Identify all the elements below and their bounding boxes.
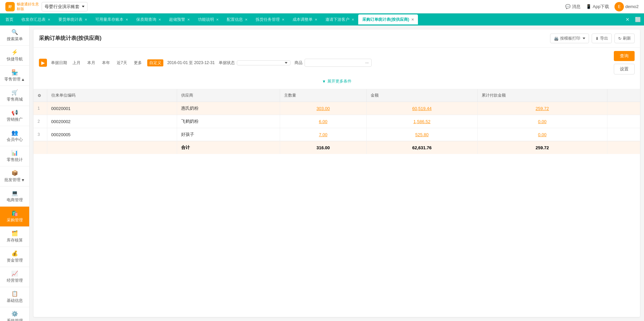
tab-shoufacun[interactable]: 收发存汇总表 ✕ (17, 14, 54, 24)
top-bar-right: 💬 消息 📱 App下载 E demo2 (565, 2, 639, 11)
export-button[interactable]: ⬇ 导出 (592, 34, 612, 43)
row-supplier: 惠氏奶粉 (177, 102, 280, 115)
sidebar-item-wholesale[interactable]: 📦 批发管理 ▼ (0, 166, 29, 186)
tab-home[interactable]: 首页 (1, 14, 17, 24)
search-button[interactable]: 查询 (614, 51, 635, 61)
sidebar-item-ecommerce[interactable]: 💻 电商管理 (0, 186, 29, 207)
table-row: 3 00020005 好孩子 7.00 525.80 0.00 (34, 128, 640, 141)
sidebar-item-retail-stats[interactable]: 📊 零售统计 (0, 146, 29, 166)
filter-toggle-button[interactable]: ▶ (39, 59, 47, 67)
settings-button[interactable]: 设置 (614, 64, 635, 74)
tab-keyongliang[interactable]: 可用量库存账本 ✕ (91, 14, 132, 24)
th-paid: 累计付款金额 (477, 89, 607, 102)
close-icon[interactable]: ✕ (282, 18, 284, 21)
sidebar-item-marketing[interactable]: 📢 营销推广 (0, 106, 29, 126)
close-icon[interactable]: ✕ (411, 18, 414, 21)
row-quantity[interactable]: 303.00 (280, 102, 366, 115)
sidebar-item-retail-mgmt[interactable]: 🏪 零售管理 ▲ (0, 66, 29, 86)
arrow-down-icon: ▼ (21, 178, 25, 182)
table-row: 1 00020001 惠氏奶粉 303.00 60,519.44 259.72 (34, 102, 640, 115)
row-paid[interactable]: 259.72 (477, 102, 607, 115)
status-select[interactable] (237, 60, 290, 65)
finance-icon: 💰 (11, 250, 18, 257)
system-icon: ⚙️ (11, 311, 18, 317)
sidebar-item-search[interactable]: 🔍 搜索菜单 (0, 25, 29, 46)
sidebar-item-inventory[interactable]: 🗂️ 库存核算 (0, 227, 29, 247)
date-shortcut-this-year[interactable]: 本年 (101, 59, 111, 66)
sidebar-item-member[interactable]: 👥 会员中心 (0, 126, 29, 146)
row-code: 00020002 (47, 115, 177, 128)
sidebar: 🔍 搜索菜单 ⚡ 快捷导航 🏪 零售管理 ▲ 🛒 零售商城 📢 营销推广 👥 会… (0, 25, 30, 321)
close-icon[interactable]: ✕ (48, 18, 50, 21)
footer-amount: 62,631.76 (367, 141, 478, 154)
nav-close-icon[interactable]: ✕ (624, 16, 632, 23)
sidebar-item-quicknav[interactable]: ⚡ 快捷导航 (0, 46, 29, 66)
tab-chaoyuchuyujing[interactable]: 超储预警 ✕ (165, 14, 194, 24)
tab-peizhi[interactable]: 配置信息 ✕ (223, 14, 252, 24)
workspace-label: 母婴行业演示账套 (45, 4, 79, 10)
refresh-icon: ↻ (618, 36, 622, 41)
row-paid[interactable]: 0.00 (477, 128, 607, 141)
app-download-button[interactable]: 📱 App下载 (586, 4, 609, 10)
close-icon[interactable]: ✕ (187, 18, 190, 21)
date-shortcut-more[interactable]: 更多 (132, 59, 143, 66)
sidebar-item-purchase[interactable]: 🛍️ 采购管理 (0, 207, 29, 227)
mall-icon: 🛒 (11, 89, 18, 96)
row-amount[interactable]: 1,586.52 (367, 115, 478, 128)
close-icon[interactable]: ✕ (245, 18, 248, 21)
active-tab-label: 采购订单统计表(按供应商) (362, 17, 409, 22)
row-paid[interactable]: 0.00 (477, 115, 607, 128)
sidebar-item-basic-info[interactable]: 📋 基础信息 (0, 287, 29, 307)
tab-baozhi[interactable]: 保质期查询 ✕ (132, 14, 165, 24)
expand-more-button[interactable]: ▼ 展开更多条件 (322, 78, 352, 84)
date-shortcut-this-month[interactable]: 本月 (86, 59, 97, 66)
close-icon[interactable]: ✕ (125, 18, 128, 21)
th-code: 往来单位编码 (47, 89, 177, 102)
row-supplier: 飞鹤奶粉 (177, 115, 280, 128)
tab-caigou-active[interactable]: 采购订单统计表(按供应商) ✕ (358, 14, 418, 24)
template-print-button[interactable]: 🖨️ 按模板打印 (550, 34, 589, 43)
tab-jianhuo[interactable]: 拣货任务管理 ✕ (252, 14, 288, 24)
print-chevron-icon (583, 38, 585, 39)
nav-maximize-icon[interactable]: ⬜ (633, 16, 643, 23)
logo-text: 畅捷通好生意 标版 (17, 2, 39, 11)
sidebar-item-business[interactable]: 📈 经营管理 (0, 267, 29, 287)
close-icon[interactable]: ✕ (158, 18, 161, 21)
quicknav-icon: ⚡ (11, 49, 18, 55)
date-shortcut-last-month[interactable]: 上月 (71, 59, 82, 66)
date-shortcut-7days[interactable]: 近7天 (115, 59, 128, 66)
row-num: 2 (34, 115, 47, 128)
page-card: 采购订单统计表(按供应商) 🖨️ 按模板打印 ⬇ 导出 ↻ 刷新 (34, 30, 640, 317)
page-title: 采购订单统计表(按供应商) (39, 35, 102, 42)
date-shortcut-custom[interactable]: 自定义 (147, 59, 163, 66)
close-icon[interactable]: ✕ (352, 18, 354, 21)
purchase-icon: 🛍️ (11, 210, 18, 216)
close-icon[interactable]: ✕ (216, 18, 219, 21)
row-supplier: 好孩子 (177, 128, 280, 141)
member-icon: 👥 (11, 129, 18, 136)
sidebar-item-retail-mall[interactable]: 🛒 零售商城 (0, 86, 29, 106)
tab-yaohuo[interactable]: 要货单统计表 ✕ (54, 14, 91, 24)
row-amount[interactable]: 525.80 (367, 128, 478, 141)
goods-input[interactable]: ··· (305, 59, 372, 67)
tab-yaoqing[interactable]: 邀请下游客户 ✕ (321, 14, 358, 24)
row-amount[interactable]: 60,519.44 (367, 102, 478, 115)
th-settings[interactable]: ⚙ (34, 89, 47, 102)
app-icon: 📱 (586, 4, 591, 9)
row-quantity[interactable]: 6.00 (280, 115, 366, 128)
tab-chengben[interactable]: 成本调整单 ✕ (288, 14, 321, 24)
workspace-selector[interactable]: 母婴行业演示账套 (42, 2, 88, 11)
user-menu[interactable]: E demo2 (614, 2, 639, 11)
close-icon[interactable]: ✕ (315, 18, 317, 21)
message-button[interactable]: 💬 消息 (565, 4, 581, 10)
status-chevron-icon (285, 62, 287, 64)
refresh-button[interactable]: ↻ 刷新 (614, 34, 635, 43)
close-icon[interactable]: ✕ (85, 18, 87, 21)
row-quantity[interactable]: 7.00 (280, 128, 366, 141)
date-label: 单据日期 (51, 60, 67, 66)
tab-gongneng[interactable]: 功能说明 ✕ (194, 14, 223, 24)
sidebar-item-finance[interactable]: 💰 资金管理 (0, 247, 29, 267)
export-icon: ⬇ (595, 36, 599, 41)
sidebar-item-system[interactable]: ⚙️ 系统管理 (0, 307, 29, 321)
avatar: E (614, 2, 624, 11)
